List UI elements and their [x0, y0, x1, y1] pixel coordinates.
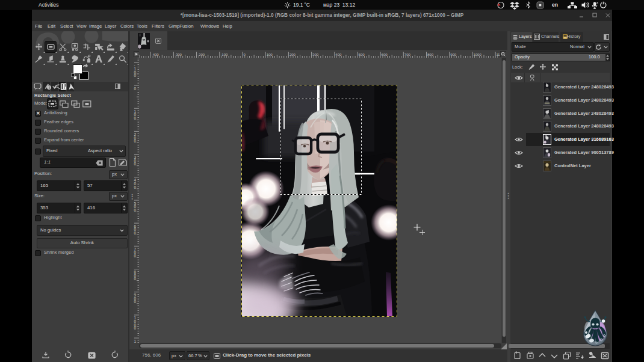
svg-text:-100: -100 — [220, 53, 228, 57]
svg-text:-300: -300 — [175, 53, 182, 57]
svg-text:0: 0 — [134, 277, 137, 281]
svg-text:1: 1 — [134, 342, 137, 343]
svg-text:0: 0 — [134, 231, 137, 235]
svg-text:0: 0 — [134, 254, 137, 258]
svg-text:1000: 1000 — [473, 53, 481, 57]
svg-text:200: 200 — [289, 53, 296, 57]
svg-text:0: 0 — [134, 299, 137, 304]
svg-text:0: 0 — [134, 185, 137, 189]
svg-text:800: 800 — [427, 53, 434, 57]
svg-text:-200: -200 — [197, 53, 205, 57]
svg-text:400: 400 — [335, 53, 342, 57]
svg-text:-400: -400 — [152, 53, 159, 57]
svg-text:0: 0 — [134, 162, 137, 166]
svg-text:0: 0 — [134, 87, 137, 91]
svg-text:0: 0 — [134, 139, 137, 143]
svg-text:500: 500 — [359, 53, 365, 57]
svg-text:600: 600 — [382, 53, 388, 57]
svg-text:900: 900 — [450, 53, 457, 57]
svg-text:300: 300 — [312, 53, 319, 57]
svg-text:700: 700 — [404, 53, 411, 57]
svg-text:100: 100 — [267, 53, 273, 57]
svg-text:0: 0 — [134, 326, 137, 330]
svg-text:0: 0 — [134, 73, 137, 78]
svg-text:0: 0 — [134, 208, 137, 212]
svg-text:0: 0 — [134, 116, 137, 120]
